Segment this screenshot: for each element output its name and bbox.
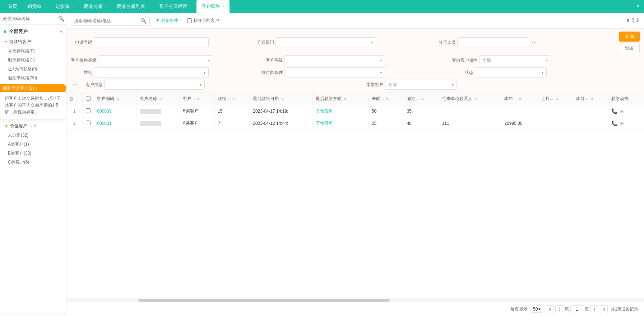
- row1-phone-icon[interactable]: 📞: [611, 108, 617, 114]
- nav-product-analysis-close[interactable]: ×: [105, 0, 107, 13]
- row1-code[interactable]: 000039: [94, 105, 137, 117]
- table-settings-icon[interactable]: ⚙: [69, 96, 74, 102]
- this-month-col-header: 本月... ⇅: [573, 93, 608, 105]
- row2-phone-icon[interactable]: 📞: [611, 121, 617, 126]
- manager-select[interactable]: [457, 37, 529, 47]
- code-sort-icon[interactable]: ⇅: [116, 97, 119, 101]
- waiting-group-title[interactable]: ▼ 待联络客户: [0, 37, 66, 47]
- sidebar-item-ungraded[interactable]: 未分组(32): [0, 131, 66, 140]
- retail-customer-select[interactable]: 全部 ▾: [385, 80, 457, 90]
- contact-sort-icon[interactable]: ⇅: [232, 97, 235, 101]
- search-input[interactable]: [74, 18, 140, 23]
- last-contact-date-sort-icon[interactable]: ⇅: [281, 97, 284, 101]
- retail-attr-select[interactable]: 全部 ▾: [479, 55, 551, 65]
- row1-checkbox[interactable]: [86, 108, 91, 113]
- sidebar-item-type-a[interactable]: A类客户(1): [0, 140, 66, 149]
- nav-customer-layered-close[interactable]: ×: [189, 0, 191, 13]
- nav-purchase-close[interactable]: ×: [72, 0, 74, 13]
- overdue-sort-icon[interactable]: ⇅: [421, 97, 424, 101]
- dept-select[interactable]: ▾: [275, 37, 376, 47]
- search-icon[interactable]: 🔍: [140, 18, 147, 24]
- customer-grade-chevron-icon: ▾: [380, 58, 382, 62]
- payment-select[interactable]: ▾: [284, 67, 385, 77]
- my-customers-checkbox-label[interactable]: 我分管的客户: [187, 18, 219, 24]
- overdue-col-header: 逾期... ⇅: [404, 93, 439, 105]
- per-page-select[interactable]: 50 ▾: [531, 306, 543, 313]
- status-select[interactable]: ▾: [475, 67, 547, 77]
- query-button[interactable]: 查询: [619, 32, 640, 42]
- window-close-icon[interactable]: ×: [636, 3, 640, 10]
- row2-this-year: 10995.00: [501, 117, 538, 129]
- customer-type-select[interactable]: ▾: [104, 80, 205, 90]
- more-conditions-btn[interactable]: ▼ 更多条件 ^: [153, 18, 184, 24]
- nav-customer-contact-close[interactable]: ×: [222, 0, 224, 13]
- nav-product-analysis[interactable]: 商品分析 ×: [79, 0, 112, 13]
- sidebar-item-type-b[interactable]: B类客户(33): [0, 149, 66, 158]
- last-contact-method-sort-icon[interactable]: ⇅: [344, 97, 347, 101]
- sidebar-item-overdue[interactable]: 逾期未联络(30): [0, 74, 66, 82]
- my-customers-checkbox[interactable]: [187, 18, 192, 23]
- collapse-icon[interactable]: «: [60, 29, 62, 34]
- sidebar-item-tomorrow[interactable]: 明天待联络(1): [0, 56, 66, 65]
- nav-purchase[interactable]: 进货单 ×: [51, 0, 79, 13]
- settings-button[interactable]: 设置: [619, 43, 640, 53]
- nav-sales-close[interactable]: ×: [43, 0, 46, 13]
- value-add-icon[interactable]: ✎: [33, 124, 37, 128]
- phone-input[interactable]: [94, 37, 209, 47]
- prev-page-btn[interactable]: ⟨: [555, 305, 563, 313]
- row4-dots[interactable]: ···: [71, 81, 78, 88]
- sidebar-search-icon[interactable]: 🔍: [58, 16, 64, 22]
- export-label: 导出: [631, 18, 640, 24]
- nav-product-list-close[interactable]: ×: [147, 0, 149, 13]
- this-year-sort-icon[interactable]: ⇅: [519, 97, 522, 101]
- first-page-btn[interactable]: ⟨⟨: [546, 305, 554, 313]
- row1-last-contact-method[interactable]: 下销货单: [313, 105, 369, 117]
- next-page-btn[interactable]: ⟩: [590, 305, 598, 313]
- table-body: 1 000039 B类客户 15 2023-04-17 14:19: 下销货单: [66, 105, 644, 129]
- this-month-sort-icon[interactable]: ⇅: [590, 97, 593, 101]
- row2-grid-icon[interactable]: ⊞: [620, 121, 624, 126]
- row2-overdue: 48: [404, 117, 439, 129]
- horizontal-scrollbar[interactable]: [66, 298, 644, 302]
- last-month-sort-icon[interactable]: ⇅: [555, 97, 558, 101]
- my-customers-label: 我分管的客户: [193, 18, 219, 24]
- customer-grade-select[interactable]: ▾: [284, 55, 385, 65]
- export-btn[interactable]: ⬆ 导出: [626, 18, 640, 24]
- select-all-checkbox[interactable]: [86, 96, 91, 101]
- contact-person-sort-icon[interactable]: ⇅: [474, 97, 477, 101]
- name-sort-icon[interactable]: ⇅: [159, 97, 162, 101]
- sidebar-item-7days[interactable]: 近7天待联络(0): [0, 65, 66, 74]
- sidebar-scroll[interactable]: [0, 312, 66, 316]
- checkbox-col-header: [83, 93, 94, 105]
- nav-product-list[interactable]: 商品分析列表 ×: [112, 0, 154, 13]
- all-customers-title[interactable]: ■ 全部客户 «: [0, 26, 66, 37]
- value-edit-icon[interactable]: ○: [29, 124, 32, 128]
- row1-grid-icon[interactable]: ⊞: [620, 108, 624, 114]
- sidebar-item-today[interactable]: 今天待联络(0): [0, 47, 66, 56]
- page-number-input[interactable]: [570, 305, 583, 313]
- value-group-title[interactable]: ▼ 价值客户 ○ ✎: [0, 121, 66, 131]
- row2-last-contact-method[interactable]: 下销货单: [313, 117, 369, 129]
- nav-home[interactable]: 首页: [3, 0, 22, 13]
- row2-checkbox[interactable]: [86, 121, 91, 125]
- row2-code[interactable]: 000031: [94, 117, 137, 129]
- last-page-btn[interactable]: ⟩⟩: [600, 305, 608, 313]
- nav-customer-layered-label: 客户分层经营: [159, 0, 187, 13]
- payment-label: 收付款条件: [261, 70, 283, 76]
- gender-select[interactable]: ▾: [94, 67, 209, 77]
- nav-customer-contact[interactable]: 客户联络 ×: [196, 0, 230, 13]
- nav-customer-layered[interactable]: 客户分层经营 ×: [154, 0, 196, 13]
- manager-dots[interactable]: ···: [531, 39, 538, 46]
- sidebar-search-input[interactable]: [3, 16, 57, 21]
- nav-sales[interactable]: 销货单 ×: [22, 0, 51, 13]
- contact-count-col-header: 联络... ⇅: [215, 93, 250, 105]
- row2-contact-person: 111: [439, 117, 501, 129]
- type-sort-icon[interactable]: ⇅: [197, 97, 200, 101]
- price-grade-select[interactable]: ▾: [98, 55, 213, 65]
- no-contact-sort-icon[interactable]: ⇅: [386, 97, 389, 101]
- scroll-thumb[interactable]: [138, 299, 390, 302]
- row1-this-year: [501, 105, 538, 117]
- sidebar-item-type-c[interactable]: C类客户(6): [0, 158, 66, 167]
- row1-type: B类客户: [180, 105, 215, 117]
- dept-label: 分管部门: [252, 39, 274, 46]
